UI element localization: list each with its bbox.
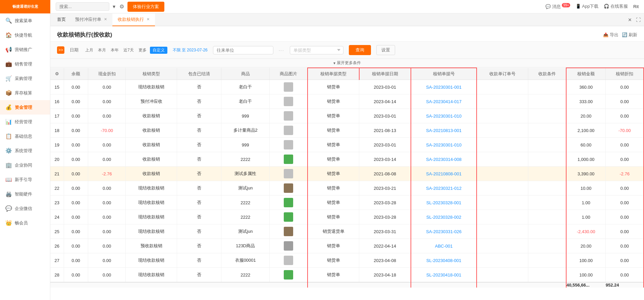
date-7days-btn[interactable]: 近7天 [122, 47, 135, 54]
online-service-btn[interactable]: 🎧 在线客服 [604, 3, 628, 9]
cell-cancel-bill-date: 2023-03-28 [359, 210, 411, 224]
date-more-btn[interactable]: 更多 [137, 47, 148, 54]
cell-cancel-bill-no[interactable]: SA-20210813-001 [411, 123, 477, 138]
settings-gear-icon[interactable]: ⚙ [119, 3, 125, 10]
sidebar-item-marketing[interactable]: 📢 营销推广 [0, 42, 50, 57]
solution-btn[interactable]: 体验行业方案 [127, 2, 164, 12]
cell-cancel-type: 现结收款核销 [126, 253, 177, 268]
export-btn[interactable]: 📤 导出 [603, 32, 619, 38]
cell-cancel-bill-no[interactable]: SA-20230414-017 [411, 94, 477, 109]
cell-balance: 0.00 [64, 196, 88, 210]
cell-include-settled: 否 [177, 167, 221, 181]
counterparty-input[interactable] [213, 46, 273, 54]
operations-icon: 📊 [5, 119, 12, 125]
refresh-btn[interactable]: 🔄 刷新 [622, 32, 637, 38]
table-row: 24 0.00 0.00 现结收款核销 否 2222 销货单 2023-03-2… [50, 210, 644, 224]
cell-receipt-order-no [477, 152, 528, 167]
cell-cancel-discount: 0.00 [606, 80, 644, 94]
cell-cancel-bill-no[interactable]: SA-20230331-026 [411, 224, 477, 239]
col-include-settled: 包含已结清 [177, 68, 221, 80]
cell-cancel-bill-no[interactable]: SL-20230418-001 [411, 268, 477, 283]
cell-cancel-bill-date: 2021-08-13 [359, 123, 411, 138]
cell-cancel-bill-no[interactable]: SA-20230301-010 [411, 138, 477, 152]
col-cancel-bill-date: 核销单据日期 [359, 68, 411, 80]
sidebar-item-wechat[interactable]: 💬 企业微信 [0, 201, 50, 216]
cell-cancel-type: 收款核销 [126, 167, 177, 181]
tab-prepay[interactable]: 预付冲应付单 ✕ [70, 13, 112, 26]
app-download-btn[interactable]: 📱 App下载 [576, 3, 598, 9]
table-row: 28 0.00 0.00 现结收款核销 否 2222 销货单 2023-04-1… [50, 268, 644, 283]
cell-row-num: 23 [50, 196, 64, 210]
table-settings-btn[interactable]: 设置 [376, 45, 395, 55]
cell-cancel-bill-no[interactable]: SL-20230328-001 [411, 196, 477, 210]
table-row: 23 0.00 0.00 现结收款核销 否 2222 销货单 2023-03-2… [50, 196, 644, 210]
tab-receipts-close[interactable]: ✕ [147, 17, 150, 22]
cell-product: 测试jun [221, 224, 270, 239]
filter-expand-btn[interactable]: >> [57, 46, 64, 54]
cell-balance: 0.00 [64, 224, 88, 239]
sidebar-item-guide[interactable]: 📖 新手引导 [0, 172, 50, 187]
cell-cancel-bill-no[interactable]: SL-20230328-002 [411, 210, 477, 224]
dropdown-icon[interactable]: ▾ [112, 3, 116, 10]
col-settings[interactable]: ⚙ [50, 68, 64, 80]
date-quick-options: 上月 本月 本年 近7天 更多 自定义 [84, 47, 167, 54]
guide-icon: 📖 [5, 176, 12, 183]
cell-cancel-type: 收款核销 [126, 152, 177, 167]
cell-balance: 0.00 [64, 253, 88, 268]
cell-cancel-amount: 3,390.00 [566, 167, 606, 181]
cell-receipt-condition [528, 210, 566, 224]
cell-row-num: 17 [50, 109, 64, 123]
sidebar-item-finance[interactable]: 💰 资金管理 [0, 100, 50, 115]
cell-include-settled: 否 [177, 181, 221, 196]
table-container[interactable]: ⚙ 余额 现金折扣 核销类型 包含已结清 商品 商品图片 核销单据类型 核销单据… [50, 68, 644, 300]
cell-include-settled: 否 [177, 253, 221, 268]
cell-balance: 0.00 [64, 80, 88, 94]
tab-close-window-icon[interactable]: ✕ [627, 16, 633, 23]
sidebar-item-system[interactable]: ⚙️ 系统管理 [0, 143, 50, 158]
date-cur-year-btn[interactable]: 本年 [109, 47, 120, 54]
sidebar-item-quick-nav[interactable]: 🏠 快捷导航 [0, 28, 50, 42]
tab-maximize-icon[interactable]: ⛶ [635, 16, 641, 23]
tab-receipts[interactable]: 收款核销执行 ✕ [112, 13, 155, 26]
tab-prepay-close[interactable]: ✕ [104, 17, 107, 22]
cell-cancel-bill-type: 销货单 [308, 196, 359, 210]
cell-cancel-bill-no[interactable]: SA-20210808-001 [411, 167, 477, 181]
query-btn[interactable]: 查询 [349, 45, 371, 55]
cell-cancel-amount: 20.00 [566, 239, 606, 253]
sidebar-item-operations[interactable]: 📊 经营管理 [0, 115, 50, 129]
cell-product-img [270, 224, 308, 239]
cell-cancel-bill-no[interactable]: SA-20230301-001 [411, 80, 477, 94]
user-account[interactable]: Rit [633, 4, 639, 9]
export-icon: 📤 [603, 32, 608, 37]
bill-type-select[interactable]: 单据类型 [290, 46, 343, 54]
tab-home[interactable]: 首页 [53, 13, 70, 26]
cell-cancel-bill-date: 2021-08-08 [359, 167, 411, 181]
cell-balance: 0.00 [64, 123, 88, 138]
sidebar-item-smart-hw[interactable]: 🖨️ 智能硬件 [0, 187, 50, 201]
cell-cancel-bill-no[interactable]: SA-20230314-008 [411, 152, 477, 167]
expand-more-btn[interactable]: ▾ 展开更多条件 [333, 60, 361, 66]
cell-row-num: 18 [50, 123, 64, 138]
sidebar-item-member[interactable]: 👑 畅会员 [0, 216, 50, 230]
date-custom-btn[interactable]: 自定义 [150, 47, 167, 54]
cell-cancel-bill-no[interactable]: SA-20230321-012 [411, 181, 477, 196]
message-btn[interactable]: 💬 消息 99+ [545, 3, 570, 10]
sidebar-item-purchase[interactable]: 🛒 采购管理 [0, 71, 50, 86]
cell-cancel-type: 现结收款核销 [126, 210, 177, 224]
sidebar-item-inventory[interactable]: 📦 库存核算 [0, 86, 50, 100]
date-prev-month-btn[interactable]: 上月 [84, 47, 95, 54]
sidebar-item-search-menu[interactable]: 🔍 搜索菜单 [0, 13, 50, 28]
sidebar-item-enterprise[interactable]: 🏢 企业协同 [0, 158, 50, 172]
sidebar-label: 快捷导航 [15, 32, 32, 38]
sidebar-item-sales[interactable]: 💼 销售管理 [0, 57, 50, 71]
top-search-input[interactable] [56, 2, 109, 11]
cell-receipt-order-no [477, 224, 528, 239]
date-cur-month-btn[interactable]: 本月 [97, 47, 107, 54]
cell-row-num: 21 [50, 167, 64, 181]
cell-cancel-bill-type: 销货单 [308, 181, 359, 196]
sidebar-item-basic-info[interactable]: 📋 基础信息 [0, 129, 50, 143]
sidebar-label: 采购管理 [15, 76, 32, 82]
cell-cancel-bill-no[interactable]: ABC-001 [411, 239, 477, 253]
cell-cancel-bill-no[interactable]: SA-20230301-010 [411, 109, 477, 123]
cell-cancel-bill-no[interactable]: SL-20230408-001 [411, 253, 477, 268]
